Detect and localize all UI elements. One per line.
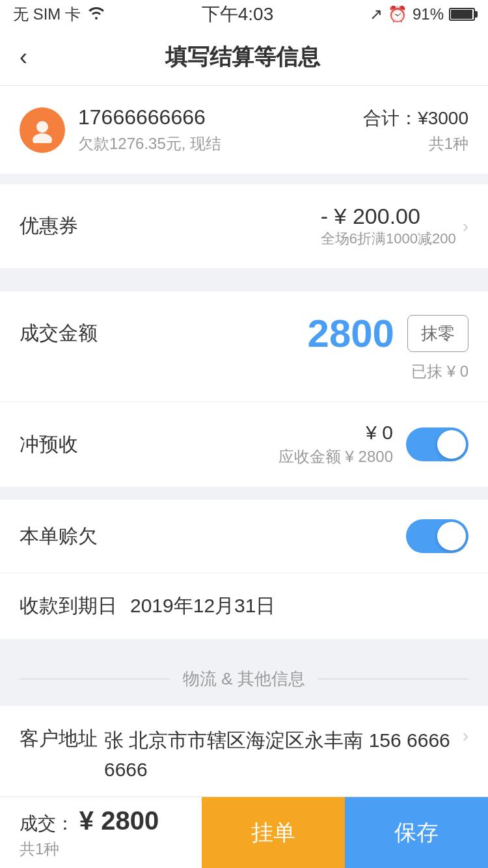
due-label: 收款到期日	[20, 593, 117, 619]
status-right: ↗ ⏰ 91%	[370, 5, 475, 23]
status-time: 下午4:03	[202, 2, 274, 27]
address-chevron-icon: ›	[463, 726, 468, 746]
section-header: 物流 & 其他信息	[0, 652, 488, 706]
coupon-right: - ¥ 200.00 全场6折满1000减200 ›	[321, 204, 468, 249]
bottom-bar: 成交： ¥ 2800 共1种 挂单 保存	[0, 796, 488, 868]
customer-total: 合计：¥3000 共1种	[363, 106, 468, 154]
total-label: 合计：	[363, 108, 418, 128]
bottom-count: 共1种	[20, 839, 182, 860]
amount-right: 2800 抹零	[308, 311, 468, 356]
bottom-deal-amount: ¥ 2800	[79, 806, 159, 835]
defer-label: 本单赊欠	[20, 523, 98, 550]
coupon-chevron-icon: ›	[463, 216, 468, 237]
bottom-deal-label: 成交：	[20, 813, 74, 834]
status-left: 无 SIM 卡	[13, 4, 105, 25]
total-amount: ¥3000	[418, 108, 468, 128]
address-label: 客户地址	[20, 726, 104, 752]
location-icon: ↗	[370, 5, 383, 23]
prepay-label: 冲预收	[20, 431, 78, 458]
coupon-row[interactable]: 优惠券 - ¥ 200.00 全场6折满1000减200 ›	[0, 184, 488, 268]
battery-percent: 91%	[413, 5, 444, 23]
alarm-icon: ⏰	[388, 5, 407, 23]
prepay-info: ¥ 0 应收金额 ¥ 2800	[278, 422, 393, 467]
coupon-discount: - ¥ 200.00	[321, 204, 456, 229]
amount-sub: 已抹 ¥ 0	[20, 361, 468, 382]
customer-info: 17666666666 欠款1276.35元, 现结	[78, 105, 221, 154]
nav-bar: ‹ 填写结算等信息	[0, 29, 488, 86]
back-button[interactable]: ‹	[20, 44, 27, 71]
page-title: 填写结算等信息	[40, 42, 445, 72]
hang-button-label: 挂单	[251, 818, 295, 848]
customer-section: 17666666666 欠款1276.35元, 现结 合计：¥3000 共1种	[0, 86, 488, 174]
divider-1	[0, 278, 488, 292]
coupon-label: 优惠券	[20, 213, 78, 239]
defer-row: 本单赊欠	[0, 500, 488, 573]
svg-point-0	[36, 121, 48, 133]
amount-label: 成交金额	[20, 320, 98, 347]
carrier-text: 无 SIM 卡	[13, 4, 81, 25]
save-button-label: 保存	[394, 818, 439, 848]
total-count: 共1种	[363, 133, 468, 154]
status-bar: 无 SIM 卡 下午4:03 ↗ ⏰ 91%	[0, 0, 488, 29]
coupon-sub: 全场6折满1000减200	[321, 229, 456, 249]
prepay-row: 冲预收 ¥ 0 应收金额 ¥ 2800	[0, 401, 488, 487]
customer-phone: 17666666666	[78, 105, 221, 129]
defer-toggle[interactable]	[406, 519, 468, 553]
section-line-right	[318, 679, 468, 679]
wifi-icon	[87, 5, 105, 23]
customer-sub: 欠款1276.35元, 现结	[78, 133, 221, 154]
section-header-text: 物流 & 其他信息	[183, 668, 305, 690]
amount-row: 成交金额 2800 抹零	[20, 311, 468, 356]
svg-point-1	[33, 133, 52, 143]
battery-icon	[449, 8, 475, 21]
amount-value: 2800	[308, 311, 394, 356]
prepay-right: ¥ 0 应收金额 ¥ 2800	[278, 422, 468, 467]
save-button[interactable]: 保存	[345, 797, 488, 869]
total-label-amount: 合计：¥3000	[363, 106, 468, 131]
bottom-deal-row: 成交： ¥ 2800	[20, 806, 182, 836]
customer-left: 17666666666 欠款1276.35元, 现结	[20, 105, 221, 154]
due-date-value: 2019年12月31日	[130, 593, 275, 619]
prepay-amount: ¥ 0	[278, 422, 393, 444]
section-line-left	[20, 679, 170, 679]
avatar	[20, 107, 65, 153]
divider-2	[0, 487, 488, 500]
prepay-sub: 应收金额 ¥ 2800	[278, 446, 393, 467]
amount-section: 成交金额 2800 抹零 已抹 ¥ 0	[0, 292, 488, 401]
divider-3	[0, 639, 488, 652]
bottom-info: 成交： ¥ 2800 共1种	[0, 806, 202, 860]
address-value: 张 北京市市辖区海淀区永丰南 156 6666 6666	[104, 726, 456, 784]
prepay-toggle[interactable]	[406, 427, 468, 461]
due-date-row: 收款到期日 2019年12月31日	[0, 573, 488, 639]
round-button[interactable]: 抹零	[407, 315, 468, 352]
hang-button[interactable]: 挂单	[202, 797, 345, 869]
address-row[interactable]: 客户地址 张 北京市市辖区海淀区永丰南 156 6666 6666 ›	[0, 706, 488, 804]
